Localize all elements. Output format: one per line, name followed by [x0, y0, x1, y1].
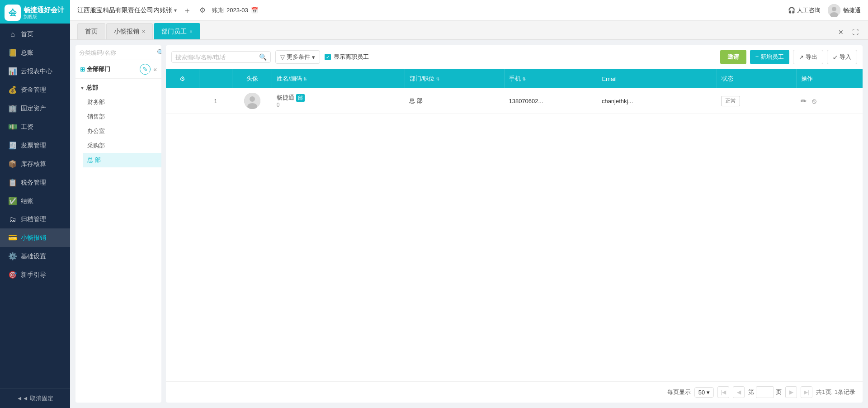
dept-manage-button[interactable]: ✎ [140, 64, 151, 75]
service-button[interactable]: 🎧 人工咨询 [788, 6, 821, 14]
sidebar-item-reports[interactable]: 📊 云报表中心 [0, 62, 70, 81]
next-page-button[interactable]: ▶ [785, 386, 797, 398]
sidebar-item-label: 结账 [21, 197, 33, 205]
sidebar-item-salary[interactable]: 💵 工资 [0, 118, 70, 136]
dept-item-office[interactable]: 办公室 [83, 124, 161, 138]
th-name[interactable]: 姓名/编码 ⇅ [272, 69, 405, 88]
dept-search-input[interactable] [79, 49, 155, 56]
first-page-button[interactable]: |◀ [717, 386, 729, 398]
sidebar-item-settings[interactable]: ⚙️ 基础设置 [0, 247, 70, 266]
avatar-image [244, 93, 260, 109]
sidebar-item-inventory[interactable]: 📦 库存核算 [0, 155, 70, 173]
page-total: 共1页, 1条记录 [816, 388, 855, 396]
dept-item-sales[interactable]: 销售部 [83, 109, 161, 124]
th-phone[interactable]: 手机 ⇅ [504, 69, 597, 88]
sidebar-item-invoice[interactable]: 🧾 发票管理 [0, 136, 70, 155]
row-status: 正常 [717, 88, 796, 114]
sidebar-item-archive[interactable]: 🗂 归档管理 [0, 210, 70, 228]
reports-icon: 📊 [8, 67, 17, 76]
add-company-button[interactable]: ＋ [181, 5, 193, 16]
username: 畅捷通 [843, 6, 861, 14]
sort-phone-icon: ⇅ [522, 76, 526, 81]
column-settings-icon[interactable]: ⚙ [179, 75, 185, 82]
settings-button[interactable]: ⚙ [198, 6, 208, 14]
sidebar-item-home[interactable]: ⌂ 首页 [0, 25, 70, 43]
app-name: 畅捷通好会计 [24, 6, 64, 14]
sidebar-item-label: 税务管理 [21, 179, 46, 187]
dept-search-icon[interactable]: 🔍 [157, 49, 161, 56]
tabbar: 首页 小畅报销 × 部门员工 × ✕ ⛶ [70, 21, 868, 40]
th-num [199, 69, 232, 88]
dept-item-purchase[interactable]: 采购部 [83, 138, 161, 153]
tab-close-icon[interactable]: × [189, 28, 193, 35]
th-dept[interactable]: 部门/职位 ⇅ [405, 69, 504, 88]
tab-xiaochang-label: 小畅报销 [114, 28, 139, 36]
employee-search-input[interactable] [175, 54, 257, 61]
import-button[interactable]: ↙ 导入 [827, 50, 857, 64]
current-page-input[interactable]: 1 [756, 386, 774, 398]
calendar-icon[interactable]: 📅 [251, 7, 258, 14]
th-avatar: 头像 [232, 69, 272, 88]
sidebar-item-checkout[interactable]: ✅ 结账 [0, 192, 70, 210]
employee-table-container: ⚙ 头像 姓名/编码 ⇅ [166, 69, 863, 381]
dept-collapse-button[interactable]: « [153, 66, 157, 73]
dept-root-label: 总部 [86, 84, 98, 92]
search-icon[interactable]: 🔍 [259, 53, 267, 61]
archive-icon: 🗂 [8, 215, 17, 223]
tab-close-icon[interactable]: × [142, 28, 145, 35]
avatar [828, 4, 840, 17]
prev-page-button[interactable]: ◀ [733, 386, 745, 398]
expand-button[interactable]: ⛶ [850, 27, 861, 38]
filter-button[interactable]: ▽ 更多条件 ▾ [275, 50, 320, 64]
sidebar-item-ledger[interactable]: 📒 总账 [0, 43, 70, 62]
tax-icon: 📋 [8, 178, 17, 187]
show-resigned-checkbox[interactable]: ✓ [325, 54, 331, 60]
export-button[interactable]: ↗ 导出 [793, 50, 823, 64]
edit-button[interactable]: ✏ [801, 97, 807, 105]
close-tab-button[interactable]: ✕ [835, 27, 846, 38]
dept-item-root[interactable]: ▼ 总部 [75, 81, 161, 95]
row-email: chanjethkj... [597, 88, 717, 114]
invite-button[interactable]: 邀请 [720, 50, 746, 64]
cancel-pin-button[interactable]: ◄◄ 取消固定 [0, 389, 70, 408]
filter-label: 更多条件 [287, 53, 310, 61]
row-phone: 138070602... [504, 88, 597, 114]
xiaochang-icon: 💳 [8, 233, 17, 242]
table-row: 1 [166, 88, 863, 114]
sidebar-item-guide[interactable]: 🎯 新手引导 [0, 266, 70, 284]
page-size-value: 50 [698, 389, 705, 396]
sidebar-item-tax[interactable]: 📋 税务管理 [0, 173, 70, 192]
page-number-input: 第 1 页 [748, 386, 782, 398]
company-selector[interactable]: 江西服宝精品有限责任公司内账张 ▾ [77, 6, 177, 14]
department-panel: 🔍 ⊞ 全部部门 ✎ « ▼ 总部 财务部 销售部 办公室 [75, 45, 161, 403]
name-badge: 畅捷通 部 [277, 94, 305, 102]
expand-arrow-icon: ▼ [80, 85, 85, 90]
tab-xiaochang[interactable]: 小畅报销 × [106, 23, 153, 39]
logout-button[interactable]: ⎋ [812, 97, 816, 105]
th-actions: 操作 [796, 69, 863, 88]
user-menu[interactable]: 畅捷通 [828, 4, 861, 17]
employee-search-box: 🔍 [171, 51, 271, 63]
th-settings[interactable]: ⚙ [166, 69, 199, 88]
grid-icon: ⊞ [80, 66, 85, 73]
sidebar-item-xiaochang[interactable]: 💳 小畅报销 [0, 228, 70, 247]
tab-home[interactable]: 首页 [77, 23, 105, 39]
page-size-select[interactable]: 50 ▾ [694, 387, 714, 398]
sidebar-item-assets[interactable]: 🏢 固定资产 [0, 99, 70, 118]
company-dropdown-icon: ▾ [174, 7, 177, 14]
dept-item-finance[interactable]: 财务部 [83, 95, 161, 109]
export-icon: ↗ [799, 54, 804, 61]
sort-dept-icon: ⇅ [436, 76, 439, 81]
logo[interactable]: 会 畅捷通好会计 旗舰版 [0, 0, 70, 24]
import-icon: ↙ [833, 54, 838, 61]
tab-employees[interactable]: 部门员工 × [154, 23, 200, 39]
period-value[interactable]: 2023-03 [226, 7, 248, 14]
show-resigned-toggle[interactable]: ✓ 显示离职员工 [325, 53, 369, 61]
ledger-icon: 📒 [8, 48, 17, 57]
last-page-button[interactable]: ▶| [801, 386, 812, 398]
add-employee-button[interactable]: + 新增员工 [750, 50, 789, 64]
dept-item-general[interactable]: 总 部 [83, 153, 161, 167]
svg-point-1 [832, 7, 836, 11]
sidebar-item-capital[interactable]: 💰 资金管理 [0, 81, 70, 99]
dept-search-bar: 🔍 [75, 45, 161, 60]
